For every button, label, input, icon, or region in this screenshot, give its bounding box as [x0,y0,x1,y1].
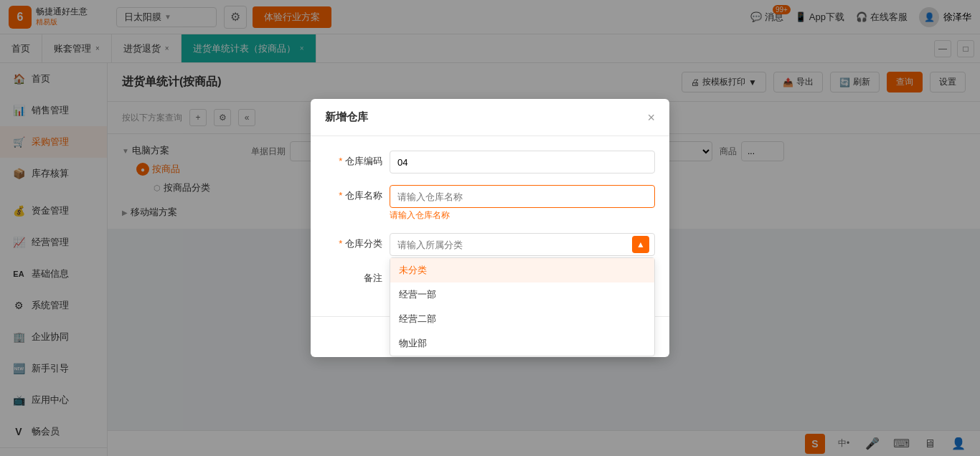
form-row-code: 仓库编码 [325,151,655,174]
warehouse-name-input[interactable] [390,185,655,208]
category-arrow-btn[interactable]: ▲ [632,236,649,253]
modal-body: 仓库编码 仓库名称 请输入仓库名称 仓库分类 ▲ [311,136,669,316]
category-label: 仓库分类 [325,233,382,250]
form-row-category: 仓库分类 ▲ 未分类 经营一部 经营二部 物业部 [325,233,655,256]
name-control: 请输入仓库名称 [390,185,655,222]
warehouse-category-input[interactable] [390,233,655,256]
modal-overlay[interactable]: 新增仓库 × 仓库编码 仓库名称 请输入仓库名称 仓库分类 [0,0,980,456]
new-warehouse-modal: 新增仓库 × 仓库编码 仓库名称 请输入仓库名称 仓库分类 [311,99,669,357]
category-control: ▲ 未分类 经营一部 经营二部 物业部 [390,233,655,256]
modal-close-btn[interactable]: × [647,111,655,124]
name-error-message: 请输入仓库名称 [390,209,655,222]
modal-title: 新增仓库 [325,110,368,124]
code-control [390,151,655,174]
code-label: 仓库编码 [325,151,382,168]
dropdown-item-dept1[interactable]: 经营一部 [390,282,654,307]
dropdown-item-dept2[interactable]: 经营二部 [390,307,654,331]
dropdown-item-unclassified[interactable]: 未分类 [390,258,654,282]
remark-label: 备注 [325,267,382,285]
category-dropdown: 未分类 经营一部 经营二部 物业部 [390,257,655,356]
modal-header: 新增仓库 × [311,99,669,136]
dropdown-item-dept3[interactable]: 物业部 [390,331,654,356]
form-row-name: 仓库名称 请输入仓库名称 [325,185,655,222]
name-label: 仓库名称 [325,185,382,202]
warehouse-code-input[interactable] [390,151,655,174]
